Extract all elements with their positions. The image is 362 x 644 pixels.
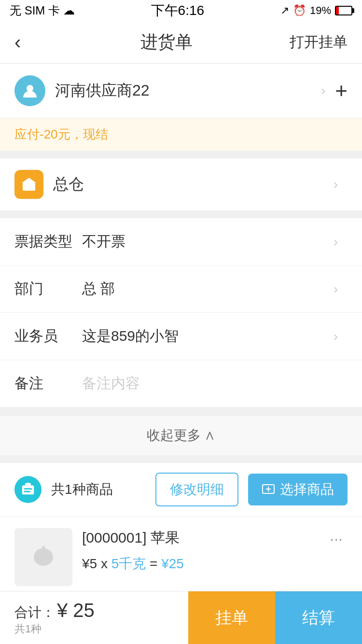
total-count: 共1种 bbox=[14, 622, 174, 636]
chevron-right-icon: › bbox=[334, 281, 338, 297]
remark-row[interactable]: 备注 备注内容 bbox=[0, 360, 362, 407]
ticket-type-row[interactable]: 票据类型 不开票 › bbox=[0, 218, 362, 266]
department-value: 总 部 bbox=[82, 279, 334, 299]
svg-rect-5 bbox=[24, 488, 32, 490]
status-right: ↗ ⏰ 19% bbox=[280, 4, 352, 17]
form-section: 票据类型 不开票 › 部门 总 部 › 业务员 这是859的小智 › 备注 备注… bbox=[0, 218, 362, 407]
remark-label: 备注 bbox=[14, 374, 82, 393]
supplier-notice: 应付-20元，现结 bbox=[0, 118, 362, 151]
ticket-type-value: 不开票 bbox=[82, 232, 334, 252]
total-area: 合计： ¥ 25 共1种 bbox=[0, 591, 188, 644]
warehouse-row[interactable]: 总仓 › bbox=[0, 158, 362, 210]
select-product-label: 选择商品 bbox=[280, 480, 334, 499]
svg-point-11 bbox=[34, 548, 53, 566]
sim-status: 无 SIM 卡 ☁ bbox=[10, 3, 75, 18]
edit-detail-button[interactable]: 修改明细 bbox=[155, 473, 238, 506]
chevron-right-icon: › bbox=[334, 329, 338, 344]
page-title: 进货单 bbox=[140, 30, 193, 54]
warehouse-icon bbox=[14, 170, 43, 199]
product-section: 共1种商品 修改明细 选择商品 bbox=[0, 463, 362, 598]
more-options-button[interactable]: ··· bbox=[325, 528, 348, 550]
select-product-button[interactable]: 选择商品 bbox=[248, 474, 348, 505]
svg-point-0 bbox=[27, 85, 33, 92]
chevron-right-icon: › bbox=[334, 177, 338, 192]
status-time: 下午6:16 bbox=[151, 1, 205, 20]
staff-label: 业务员 bbox=[14, 326, 82, 346]
product-thumbnail bbox=[14, 528, 72, 586]
chevron-right-icon: › bbox=[321, 83, 325, 98]
product-name: [0000001] 苹果 bbox=[82, 528, 315, 548]
svg-rect-4 bbox=[22, 486, 34, 495]
chevron-right-icon: › bbox=[334, 234, 338, 250]
status-left: 无 SIM 卡 ☁ bbox=[10, 3, 75, 18]
warehouse-name: 总仓 bbox=[53, 174, 334, 195]
product-info: [0000001] 苹果 ¥5 x 5千克 = ¥25 bbox=[82, 528, 315, 573]
nav-bar: ‹ 进货单 打开挂单 bbox=[0, 21, 362, 64]
battery-icon bbox=[335, 6, 352, 15]
add-supplier-button[interactable]: + bbox=[335, 80, 348, 101]
supplier-section: 河南供应商22 › + 应付-20元，现结 bbox=[0, 64, 362, 151]
back-button[interactable]: ‹ bbox=[14, 31, 43, 53]
collapse-section: 收起更多 ∧ bbox=[0, 415, 362, 455]
open-hold-button[interactable]: 打开挂单 bbox=[290, 32, 348, 52]
product-count-text: 共1种商品 bbox=[51, 480, 146, 499]
department-label: 部门 bbox=[14, 279, 82, 299]
total-amount: ¥ 25 bbox=[57, 600, 95, 621]
collapse-label: 收起更多 ∧ bbox=[147, 426, 216, 445]
checkout-button[interactable]: 结算 bbox=[275, 591, 362, 644]
bottom-bar: 合计： ¥ 25 共1种 挂单 结算 bbox=[0, 591, 362, 644]
product-count-icon bbox=[14, 476, 42, 503]
product-header: 共1种商品 修改明细 选择商品 bbox=[0, 463, 362, 517]
supplier-name: 河南供应商22 bbox=[55, 80, 321, 101]
alarm-icon: ⏰ bbox=[293, 4, 306, 17]
product-item: [0000001] 苹果 ¥5 x 5千克 = ¥25 ··· bbox=[0, 517, 362, 598]
svg-rect-3 bbox=[27, 186, 31, 191]
battery-text: 19% bbox=[310, 4, 331, 17]
svg-marker-2 bbox=[22, 178, 36, 183]
supplier-avatar bbox=[14, 75, 45, 106]
remark-placeholder: 备注内容 bbox=[82, 374, 348, 393]
supplier-row[interactable]: 河南供应商22 › + bbox=[0, 64, 362, 118]
status-bar: 无 SIM 卡 ☁ 下午6:16 ↗ ⏰ 19% bbox=[0, 0, 362, 21]
navigation-icon: ↗ bbox=[280, 4, 289, 17]
ticket-type-label: 票据类型 bbox=[14, 232, 82, 252]
product-total: ¥25 bbox=[161, 556, 184, 571]
department-row[interactable]: 部门 总 部 › bbox=[0, 266, 362, 313]
warehouse-section: 总仓 › bbox=[0, 158, 362, 210]
collapse-button[interactable]: 收起更多 ∧ bbox=[0, 415, 362, 455]
hold-order-button[interactable]: 挂单 bbox=[188, 591, 275, 644]
content-area: 河南供应商22 › + 应付-20元，现结 总仓 › 票据类型 不开票 › bbox=[0, 64, 362, 644]
staff-row[interactable]: 业务员 这是859的小智 › bbox=[0, 313, 362, 360]
product-price: ¥5 x 5千克 = ¥25 bbox=[82, 555, 315, 573]
svg-rect-6 bbox=[24, 491, 30, 492]
product-quantity: 5千克 bbox=[111, 556, 146, 571]
total-label: 合计： bbox=[14, 603, 55, 622]
staff-value: 这是859的小智 bbox=[82, 326, 334, 346]
